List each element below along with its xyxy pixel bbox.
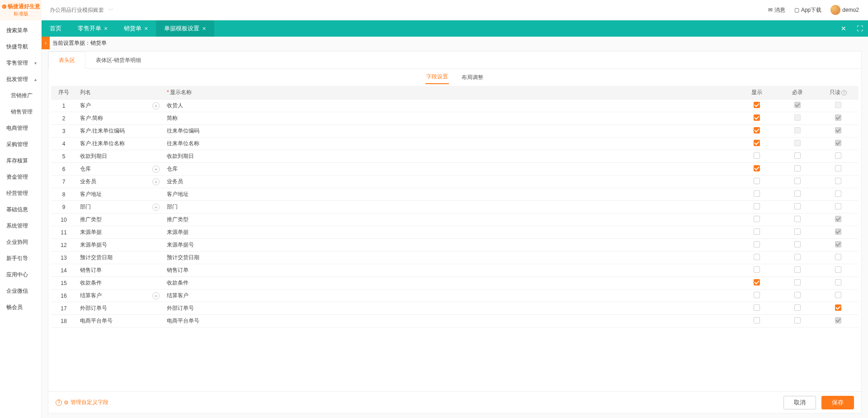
logo: ❻ 畅捷通好生意 标准版 [0, 0, 42, 20]
logo-text: ❻ 畅捷通好生意 [2, 3, 40, 10]
header-actions: ✉ 消息 ▢ App下载 demo2 [768, 5, 868, 15]
avatar [830, 5, 840, 15]
tenant-selector[interactable]: 办公用品行业模拟账套 ﹀ [50, 6, 114, 14]
user-name: demo2 [842, 7, 859, 13]
app-download-button[interactable]: ▢ App下载 [794, 6, 821, 14]
messages-button[interactable]: ✉ 消息 [768, 6, 785, 14]
app-header: ❻ 畅捷通好生意 标准版 办公用品行业模拟账套 ﹀ ✉ 消息 ▢ App下载 d… [0, 0, 868, 20]
message-icon: ✉ [768, 7, 773, 13]
chevron-down-icon: ﹀ [108, 6, 114, 14]
user-menu[interactable]: demo2 [830, 5, 859, 15]
messages-label: 消息 [774, 6, 785, 14]
logo-icon: ❻ [2, 4, 7, 10]
phone-icon: ▢ [794, 7, 799, 13]
logo-edition: 标准版 [14, 10, 28, 17]
logo-title: 畅捷通好生意 [8, 3, 40, 10]
app-download-label: App下载 [801, 6, 821, 14]
tenant-name: 办公用品行业模拟账套 [50, 6, 104, 14]
